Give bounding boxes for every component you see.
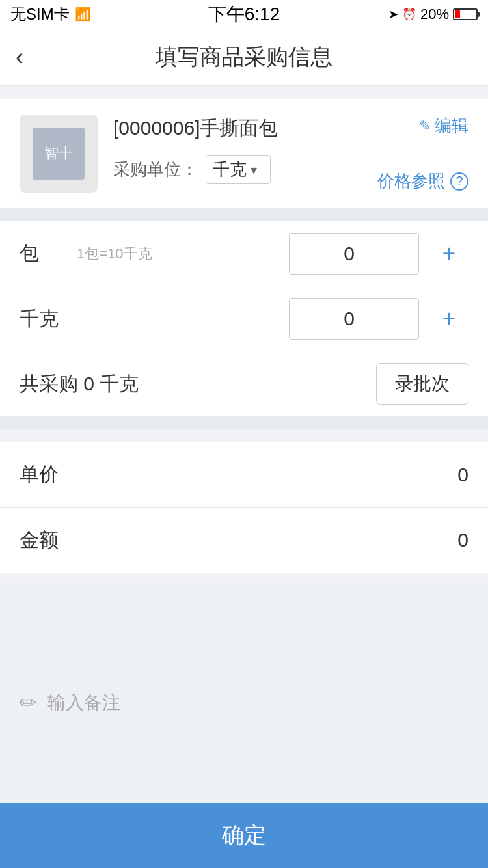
bag-field-wrap: + xyxy=(152,233,468,275)
status-left: 无SIM卡 📶 xyxy=(10,4,91,25)
location-icon: ➤ xyxy=(388,7,398,21)
edit-label: 编辑 xyxy=(435,115,468,137)
amount-value: 0 xyxy=(457,529,468,551)
bag-plus-button[interactable]: + xyxy=(429,234,468,273)
unit-price-label: 单价 xyxy=(20,461,59,488)
status-time: 下午6:12 xyxy=(208,4,280,24)
price-ref-label: 价格参照 xyxy=(377,170,445,193)
product-card: 智十 [0000006]手撕面包 采购单位： 千克 ▾ ✎ 编辑 价格参照 ? xyxy=(0,99,488,208)
product-logo: 智十 xyxy=(33,128,85,180)
amount-label: 金额 xyxy=(20,527,59,554)
section-divider-2 xyxy=(0,416,488,429)
amount-row: 金额 0 xyxy=(0,508,488,573)
product-name: [0000006]手撕面包 xyxy=(113,115,468,142)
kg-input[interactable] xyxy=(289,298,419,340)
wifi-icon: 📶 xyxy=(75,7,91,22)
remark-section[interactable]: ✏ 输入备注 xyxy=(0,586,488,820)
input-section: 包 1包=10千克 + 千克 + xyxy=(0,221,488,351)
price-ref-button[interactable]: 价格参照 ? xyxy=(377,170,468,193)
carrier-label: 无SIM卡 xyxy=(10,4,70,25)
kg-label: 千克 xyxy=(20,306,72,332)
unit-price-row: 单价 0 xyxy=(0,442,488,508)
unit-select[interactable]: 千克 ▾ xyxy=(206,155,271,184)
battery-pct: 20% xyxy=(420,6,449,23)
product-image: 智十 xyxy=(20,115,98,193)
pencil-icon: ✏ xyxy=(20,690,37,715)
bag-input-row: 包 1包=10千克 + xyxy=(0,221,488,286)
alarm-icon: ⏰ xyxy=(402,7,416,21)
summary-text: 共采购 0 千克 xyxy=(20,371,139,398)
kg-field-wrap: + xyxy=(72,298,468,340)
batch-button[interactable]: 录批次 xyxy=(376,363,468,405)
battery-icon xyxy=(453,8,478,20)
summary-row: 共采购 0 千克 录批次 xyxy=(0,351,488,416)
back-button[interactable]: ‹ xyxy=(16,44,23,71)
confirm-button-label: 确定 xyxy=(222,821,266,850)
bag-input[interactable] xyxy=(289,233,419,275)
kg-plus-button[interactable]: + xyxy=(429,299,468,338)
remark-placeholder: 输入备注 xyxy=(47,690,120,715)
edit-button[interactable]: ✎ 编辑 xyxy=(419,115,468,137)
batch-button-label: 录批次 xyxy=(395,373,450,394)
unit-value: 千克 xyxy=(213,158,247,181)
unit-price-value: 0 xyxy=(457,464,468,486)
kg-input-row: 千克 + xyxy=(0,286,488,351)
help-label: ? xyxy=(455,174,463,189)
help-icon: ? xyxy=(450,172,468,191)
chevron-down-icon: ▾ xyxy=(251,162,257,178)
confirm-button[interactable]: 确定 xyxy=(0,803,488,868)
unit-label: 采购单位： xyxy=(113,158,198,181)
bag-label: 包 xyxy=(20,240,72,267)
status-right: ➤ ⏰ 20% xyxy=(388,6,478,23)
page-title: 填写商品采购信息 xyxy=(156,42,332,72)
bag-sublabel: 1包=10千克 xyxy=(77,244,152,264)
status-bar: 无SIM卡 📶 下午6:12 ➤ ⏰ 20% xyxy=(0,0,488,29)
product-logo-text: 智十 xyxy=(44,144,73,163)
edit-icon: ✎ xyxy=(419,118,431,135)
section-divider-1 xyxy=(0,208,488,221)
nav-bar: ‹ 填写商品采购信息 xyxy=(0,29,488,86)
price-section: 单价 0 金额 0 xyxy=(0,442,488,573)
